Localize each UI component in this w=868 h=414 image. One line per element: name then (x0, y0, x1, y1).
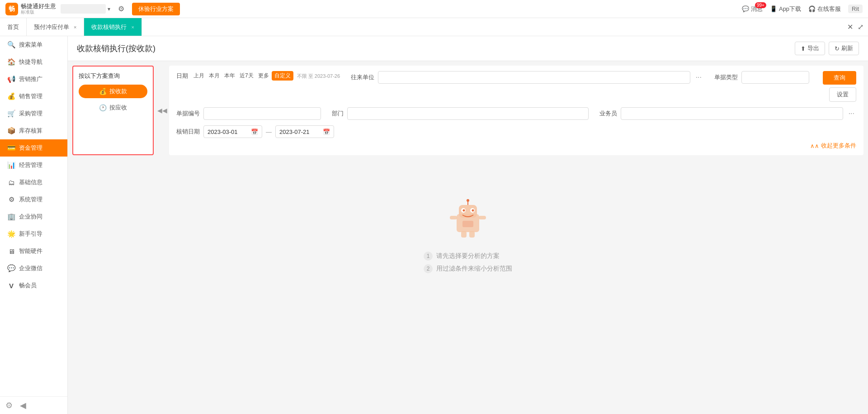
svg-rect-10 (461, 231, 467, 238)
sidebar-bottom: ⚙ ◀ (0, 396, 67, 414)
scheme-panel-title: 按以下方案查询 (79, 72, 147, 80)
filter-collapse-btn[interactable]: ◀◀ (156, 66, 169, 155)
calendar-icon-end: 📅 (323, 128, 330, 135)
bottom-settings-icon[interactable]: ⚙ (5, 400, 13, 410)
filter-doctype-field: 单据类型 (714, 71, 809, 84)
doctype-label: 单据类型 (714, 73, 738, 81)
page-actions: ⬆ 导出 ↻ 刷新 (795, 42, 859, 55)
sidebar-item-basic[interactable]: 🗂 基础信息 (0, 174, 67, 191)
tab-expand-icon[interactable]: ⤢ (858, 23, 863, 31)
message-button[interactable]: 💬 消息 99+ (742, 5, 763, 13)
empty-state: 1 请先选择要分析的方案 2 用过滤条件来缩小分析范围 (68, 160, 868, 309)
main-layout: 🔍 搜索菜单 🏠 快捷导航 📢 营销推广 💰 销售管理 🛒 采购管理 📦 库存核… (0, 36, 868, 414)
topbar-right: 💬 消息 99+ 📱 App下载 🎧 在线客服 Rit (742, 5, 863, 13)
date-btn-custom[interactable]: 自定义 (272, 71, 293, 81)
staff-label: 业务员 (599, 109, 617, 118)
date-label: 日期 (176, 72, 188, 80)
content-area: 收款核销执行(按收款) ⬆ 导出 ↻ 刷新 按以下方案查询 💰 按收款 (68, 36, 868, 414)
tab-prepay[interactable]: 预付冲应付单 × (27, 18, 84, 36)
staff-input[interactable] (621, 107, 843, 120)
scheme-option-receipt[interactable]: 💰 按收款 (79, 85, 147, 98)
scheme-option-receivable[interactable]: 🕐 按应收 (79, 101, 147, 114)
verify-date-start-input[interactable]: 2023-03-01 📅 (203, 125, 262, 138)
solution-button[interactable]: 休验行业方案 (132, 3, 180, 15)
empty-robot-illustration (445, 196, 491, 243)
counterpart-dots-icon[interactable]: ··· (694, 73, 703, 81)
page-header: 收款核销执行(按收款) ⬆ 导出 ↻ 刷新 (68, 36, 868, 61)
brand-name: 畅捷通好生意 (21, 3, 56, 10)
inventory-icon: 📦 (7, 127, 15, 135)
sidebar-item-hardware[interactable]: 🖥 智能硬件 (0, 243, 67, 260)
bottom-collapse-icon[interactable]: ◀ (20, 400, 26, 410)
sidebar-item-marketing[interactable]: 📢 营销推广 (0, 71, 67, 88)
basic-icon: 🗂 (7, 179, 15, 186)
sidebar-item-purchase[interactable]: 🛒 采购管理 (0, 105, 67, 122)
filter-form: 日期 上月 本月 本年 近7天 更多 自定义 不限 至 2023-07-26 (169, 66, 863, 155)
online-service-button[interactable]: 🎧 在线客服 (808, 5, 841, 13)
sidebar-item-search[interactable]: 🔍 搜索菜单 (0, 36, 67, 53)
verify-date-end-input[interactable]: 2023-07-21 📅 (275, 125, 334, 138)
sidebar-item-enterprise[interactable]: 🏢 企业协同 (0, 208, 67, 225)
counterpart-input[interactable] (378, 71, 690, 84)
date-btn-more[interactable]: 更多 (256, 71, 271, 81)
brand: 畅 畅捷通好生意 标准版 (5, 3, 56, 15)
message-icon: 💬 (742, 5, 749, 12)
dept-label: 部门 (332, 109, 344, 118)
date-btn-this-year[interactable]: 本年 (222, 71, 237, 81)
wechat-icon: 💬 (7, 264, 15, 272)
date-btn-this-month[interactable]: 本月 (207, 71, 222, 81)
export-icon: ⬆ (801, 45, 806, 52)
sidebar-item-shortcuts[interactable]: 🏠 快捷导航 (0, 53, 67, 71)
date-btn-last-month[interactable]: 上月 (192, 71, 206, 81)
query-button[interactable]: 查询 (823, 71, 856, 85)
sidebar-item-newbie[interactable]: 🌟 新手引导 (0, 225, 67, 243)
docno-input[interactable] (203, 107, 321, 120)
date-btn-7days[interactable]: 近7天 (238, 71, 255, 81)
filter-dept-field: 部门 (332, 107, 589, 120)
filter-actions: 查询 设置 (820, 71, 856, 102)
sidebar-item-system[interactable]: ⚙ 系统管理 (0, 191, 67, 208)
svg-rect-7 (479, 216, 486, 219)
tab-home[interactable]: 首页 (0, 18, 27, 36)
setting-button[interactable]: 设置 (829, 87, 856, 102)
refresh-button[interactable]: ↻ 刷新 (829, 42, 859, 55)
receivable-icon: 🕐 (99, 104, 107, 111)
collapse-more-button[interactable]: ∧∧ 收起更多条件 (810, 142, 856, 150)
sidebar-item-business[interactable]: 📊 经营管理 (0, 157, 67, 174)
app-download-button[interactable]: 📱 App下载 (770, 5, 801, 13)
tip-num-1: 1 (424, 252, 433, 261)
collapse-more-row: ∧∧ 收起更多条件 (176, 142, 856, 150)
marketing-icon: 📢 (7, 75, 15, 83)
filter-counterpart-field: 往来单位 ··· (351, 71, 703, 84)
settings-icon[interactable]: ⚙ (115, 3, 127, 15)
tab-collection-verify[interactable]: 收款核销执行 × (84, 18, 142, 36)
tab-close-all-icon[interactable]: ✕ (847, 23, 853, 31)
tip-num-2: 2 (424, 264, 433, 273)
user-info[interactable]: Rit (848, 5, 863, 13)
receipt-icon: 💰 (99, 88, 107, 95)
counterpart-label: 往来单位 (351, 73, 374, 81)
export-button[interactable]: ⬆ 导出 (795, 42, 825, 55)
doctype-select[interactable] (741, 71, 809, 84)
dept-select[interactable] (347, 107, 589, 120)
chevron-down-icon: ▾ (108, 6, 110, 12)
member-icon: V (7, 282, 15, 290)
sidebar-item-wechat[interactable]: 💬 企业微信 (0, 260, 67, 277)
svg-point-5 (472, 209, 474, 212)
topbar-dropdown[interactable]: ▾ (61, 4, 110, 14)
sidebar-item-member[interactable]: V 畅会员 (0, 277, 67, 294)
sidebar-item-finance[interactable]: 💳 资金管理 (0, 139, 67, 157)
search-icon: 🔍 (7, 41, 15, 49)
business-icon: 📊 (7, 161, 15, 169)
tabbar: 首页 预付冲应付单 × 收款核销执行 × ✕ ⤢ (0, 18, 868, 36)
sidebar-item-inventory[interactable]: 📦 库存核算 (0, 122, 67, 139)
sidebar-item-sales[interactable]: 💰 销售管理 (0, 88, 67, 105)
brand-logo: 畅 (5, 3, 18, 15)
staff-dots-icon[interactable]: ··· (847, 109, 856, 118)
tab-collection-close[interactable]: × (131, 24, 134, 30)
svg-rect-12 (462, 221, 473, 227)
tab-prepay-close[interactable]: × (74, 24, 76, 30)
date-hint: 不限 至 2023-07-26 (297, 73, 340, 80)
empty-tip-2: 2 用过滤条件来缩小分析范围 (424, 264, 512, 273)
refresh-icon: ↻ (835, 45, 840, 52)
